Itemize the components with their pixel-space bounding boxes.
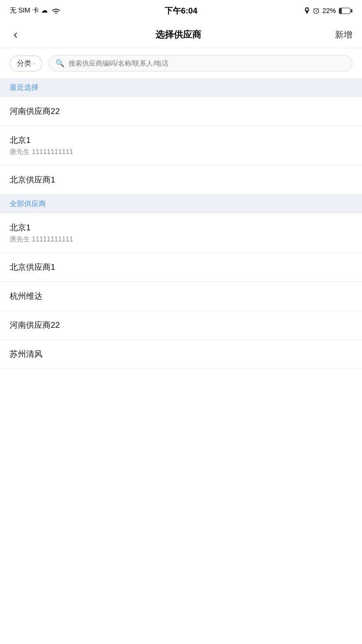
list-item[interactable]: 北京供应商1 — [0, 166, 362, 195]
back-button[interactable]: ‹ — [10, 23, 22, 46]
list-item[interactable]: 北京供应商1 — [0, 253, 362, 282]
category-filter-button[interactable]: 分类 › — [10, 56, 42, 71]
category-label: 分类 — [17, 59, 31, 68]
wifi-icon — [52, 7, 60, 14]
nav-bar: ‹ 选择供应商 新增 — [0, 21, 362, 48]
supplier-contact: 唐先生 11111111111 — [10, 148, 352, 156]
list-item[interactable]: 河南供应商22 — [0, 311, 362, 340]
page-title: 选择供应商 — [155, 28, 201, 41]
alarm-icon — [313, 7, 320, 14]
search-icon: 🔍 — [56, 59, 65, 68]
supplier-list: 最近选择河南供应商22北京1唐先生 11111111111北京供应商1全部供应商… — [0, 78, 362, 369]
supplier-name: 苏州清风 — [10, 349, 352, 360]
status-bar: 无 SIM 卡 ☁ 下午6:04 22% — [0, 0, 362, 21]
status-left: 无 SIM 卡 ☁ — [10, 6, 60, 15]
supplier-name: 北京供应商1 — [10, 174, 352, 185]
status-time: 下午6:04 — [165, 5, 197, 16]
search-input[interactable] — [69, 59, 345, 67]
list-item[interactable]: 苏州清风 — [0, 340, 362, 369]
status-right: 22% — [304, 7, 352, 14]
list-item[interactable]: 河南供应商22 — [0, 97, 362, 126]
supplier-name: 杭州维达 — [10, 291, 352, 302]
search-box[interactable]: 🔍 — [48, 55, 352, 71]
supplier-contact: 唐先生 11111111111 — [10, 235, 352, 244]
list-item[interactable]: 杭州维达 — [0, 282, 362, 311]
location-icon — [304, 7, 310, 14]
supplier-name: 北京1 — [10, 135, 352, 146]
list-item[interactable]: 北京1唐先生 11111111111 — [0, 126, 362, 166]
supplier-name: 河南供应商22 — [10, 106, 352, 117]
section-header-0: 最近选择 — [0, 78, 362, 97]
supplier-name: 北京1 — [10, 222, 352, 233]
supplier-name: 北京供应商1 — [10, 262, 352, 273]
section-header-1: 全部供应商 — [0, 195, 362, 213]
list-item[interactable]: 北京1唐先生 11111111111 — [0, 213, 362, 253]
filter-bar: 分类 › 🔍 — [0, 48, 362, 78]
chevron-right-icon: › — [33, 60, 35, 66]
battery-percent: 22% — [322, 7, 336, 14]
sim-text: 无 SIM 卡 ☁ — [10, 6, 48, 15]
supplier-name: 河南供应商22 — [10, 320, 352, 331]
add-button[interactable]: 新增 — [335, 29, 352, 41]
battery-icon — [339, 8, 352, 14]
